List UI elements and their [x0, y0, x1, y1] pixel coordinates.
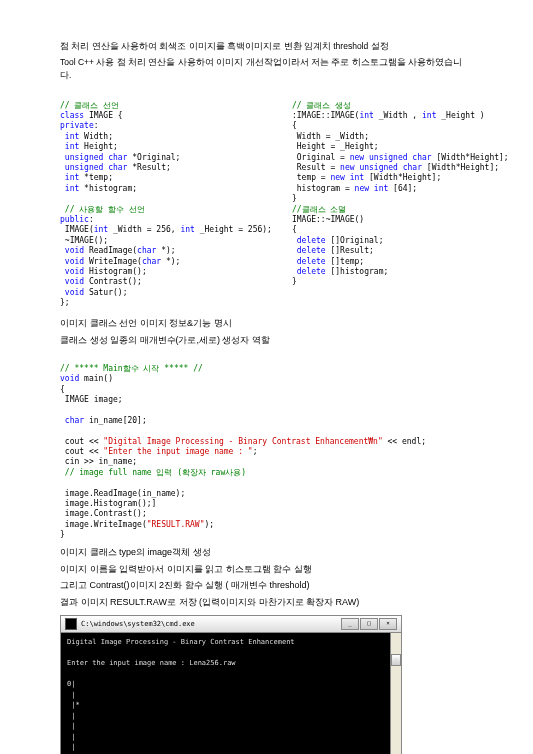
- kw-int: int: [180, 225, 194, 234]
- desc-read-histogram: 이미지 이름을 입력받아서 이미지를 읽고 히스토그램 함수 실행: [60, 563, 473, 577]
- code-text: IMAGE image;: [60, 395, 123, 404]
- code-text: Original =: [292, 153, 350, 162]
- code-text: [Width*Height];: [432, 153, 509, 162]
- code-text: ~IMAGE();: [60, 236, 108, 245]
- kw-void: void: [60, 288, 84, 297]
- kw-new: new int: [355, 184, 389, 193]
- kw-void: void: [60, 277, 84, 286]
- maximize-button[interactable]: □: [360, 618, 378, 630]
- code-text: :: [94, 121, 99, 130]
- string-literal: "Enter the input image name : ": [103, 447, 252, 456]
- code-text: IMAGE {: [84, 111, 123, 120]
- string-literal: "Digital Image Processing - Binary Contr…: [103, 437, 382, 446]
- kw-delete: delete: [292, 267, 326, 276]
- terminal-histogram: 0| | |* | | | | | |* |*****: [67, 680, 97, 754]
- desc-result-save: 결과 이미지 RESULT.RAW로 저장 (입력이미지와 마찬가지로 확장자 …: [60, 596, 473, 610]
- terminal-scrollbar[interactable]: ▲ ▼: [390, 633, 401, 754]
- string-literal: "RESULT.RAW": [147, 520, 205, 529]
- code-text: image.ReadImage(in_name);: [60, 489, 185, 498]
- code-text: _Height ): [436, 111, 484, 120]
- kw-char: char: [142, 257, 161, 266]
- kw-int: int: [94, 225, 108, 234]
- code-text: ;: [253, 447, 258, 456]
- cmd-icon: [65, 618, 77, 630]
- code-text: << endl;: [383, 437, 426, 446]
- kw-void: void: [60, 257, 84, 266]
- code-text: ReadImage(: [84, 246, 137, 255]
- kw-int: int: [60, 132, 79, 141]
- code-text: Result =: [292, 163, 340, 172]
- code-text: Contrast();: [84, 277, 142, 286]
- code-text: Width;: [79, 132, 113, 141]
- code-text: [Width*Height];: [364, 173, 441, 182]
- code-text: image.Histogram();]: [60, 499, 156, 508]
- code-text: Histogram();: [84, 267, 147, 276]
- kw-void: void: [60, 374, 79, 383]
- code-text: _Width = 256,: [108, 225, 180, 234]
- terminal-window: C:\windows\system32\cmd.exe _ □ × Digita…: [60, 615, 402, 754]
- kw-int: int: [60, 142, 79, 151]
- code-comment: // 클래스 선언: [60, 101, 119, 110]
- code-text: _Width ,: [374, 111, 422, 120]
- code-text: IMAGE(: [60, 225, 94, 234]
- minimize-button[interactable]: _: [341, 618, 359, 630]
- kw-void: void: [60, 246, 84, 255]
- code-text: {: [292, 225, 297, 234]
- code-text: :IMAGE::IMAGE(: [292, 111, 359, 120]
- code-text: [64];: [388, 184, 417, 193]
- terminal-titlebar[interactable]: C:\windows\system32\cmd.exe _ □ ×: [61, 616, 401, 633]
- code-text: cin >> in_name;: [60, 457, 137, 466]
- terminal-title: C:\windows\system32\cmd.exe: [81, 619, 337, 630]
- code-text: Satur();: [84, 288, 127, 297]
- desc-class-ctor: 클래스 생성 일종의 매개변수(가로,세로) 생성자 역할: [60, 334, 473, 348]
- code-text: IMAGE::~IMAGE(): [292, 215, 364, 224]
- scroll-up-icon[interactable]: ▲: [391, 654, 401, 666]
- code-left-column: // 클래스 선언 class IMAGE { private: int Wid…: [60, 90, 272, 308]
- terminal-body: Digital Image Processing - Binary Contra…: [61, 633, 401, 754]
- code-text: []Result;: [326, 246, 374, 255]
- code-text: cout <<: [60, 447, 103, 456]
- desc-class-decl: 이미지 클래스 선언 이미지 정보&기능 명시: [60, 317, 473, 331]
- code-text: *);: [161, 257, 180, 266]
- code-text: };: [60, 298, 70, 307]
- code-comment: // image full name 입력 (확장자 raw사용): [60, 468, 246, 477]
- close-button[interactable]: ×: [379, 618, 397, 630]
- code-text: histogram =: [292, 184, 355, 193]
- kw-uchar: unsigned char: [60, 163, 127, 172]
- kw-delete: delete: [292, 236, 326, 245]
- code-text: *Result;: [127, 163, 170, 172]
- code-text: *histogram;: [79, 184, 137, 193]
- desc-contrast: 그리고 Contrast()이미지 2진화 함수 실행 ( 매개변수 thres…: [60, 579, 473, 593]
- terminal-line-2: Enter the input image name : Lena256.raw: [67, 659, 236, 667]
- code-text: []histogram;: [326, 267, 389, 276]
- code-text: cout <<: [60, 437, 103, 446]
- code-text: }: [60, 530, 65, 539]
- code-text: Height;: [79, 142, 118, 151]
- kw-char: char: [137, 246, 156, 255]
- code-text: _Height = 256);: [195, 225, 272, 234]
- kw-class: class: [60, 111, 84, 120]
- code-text: []Original;: [326, 236, 384, 245]
- code-text: :: [89, 215, 94, 224]
- code-text: temp =: [292, 173, 331, 182]
- kw-new: new unsigned char: [340, 163, 422, 172]
- code-right-column: // 클래스 생성 :IMAGE::IMAGE(int _Width , int…: [292, 90, 509, 308]
- kw-int: int: [422, 111, 436, 120]
- terminal-line-1: Digital Image Processing - Binary Contra…: [67, 638, 295, 646]
- kw-public: public: [60, 215, 89, 224]
- code-text: *temp;: [79, 173, 113, 182]
- code-comment: // ***** Main함수 시작 ***** //: [60, 364, 203, 373]
- code-main-block: // ***** Main함수 시작 ***** // void main() …: [60, 353, 473, 540]
- kw-new: new int: [330, 173, 364, 182]
- intro-line2: Tool C++ 사용 점 처리 연산을 사용하여 이미지 개선작업이라서 저는…: [60, 56, 473, 82]
- code-text: *);: [156, 246, 175, 255]
- kw-delete: delete: [292, 257, 326, 266]
- code-text: Width = _Width;: [292, 132, 369, 141]
- code-text: WriteImage(: [84, 257, 142, 266]
- kw-char: char: [60, 416, 84, 425]
- code-text: [Width*Height];: [422, 163, 499, 172]
- kw-delete: delete: [292, 246, 326, 255]
- code-text: main(): [79, 374, 113, 383]
- kw-new: new unsigned char: [350, 153, 432, 162]
- code-text: {: [60, 385, 65, 394]
